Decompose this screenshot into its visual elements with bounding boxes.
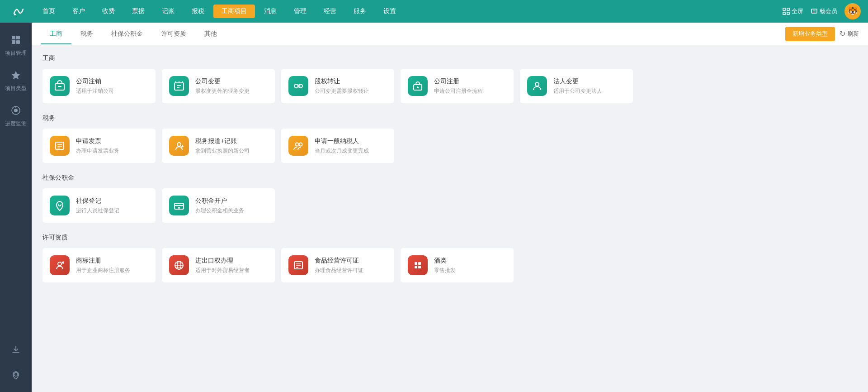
nav-accounting[interactable]: 记账 <box>154 5 183 18</box>
svg-point-37 <box>299 143 302 146</box>
card-desc: 拿到营业执照的新公司 <box>195 147 268 155</box>
sub-tabs-actions: 新增业务类型 ↻ 刷新 <box>785 27 859 41</box>
svg-rect-55 <box>415 266 417 268</box>
svg-point-23 <box>294 84 298 88</box>
svg-rect-53 <box>415 262 417 265</box>
card-text: 申请发票 办理申请发票业务 <box>76 137 148 155</box>
nav-home[interactable]: 首页 <box>34 5 63 18</box>
card-company-register[interactable]: 公司注册 申请公司注册全流程 <box>401 69 514 103</box>
card-equity-transfer[interactable]: 股权转让 公司变更需要股权转让 <box>281 69 394 103</box>
scroll-content[interactable]: 工商 公司注销 适用于注销公司 <box>32 45 868 392</box>
card-social-insurance-register[interactable]: 社保登记 进行人员社保登记 <box>42 188 156 223</box>
card-desc: 股权变更外的业务变更 <box>195 87 268 95</box>
sidebar-item-project-management[interactable]: 项目管理 <box>0 27 32 62</box>
nav-tax[interactable]: 报税 <box>184 5 212 18</box>
member-button[interactable]: 畅会员 <box>811 7 837 15</box>
card-title: 商标注册 <box>76 257 148 265</box>
card-title: 公司注册 <box>434 77 506 86</box>
card-text: 酒类 零售批发 <box>434 257 506 274</box>
top-navigation: 首页 客户 收费 票据 记账 报税 工商项目 消息 管理 经营 服务 设置 全屏… <box>0 0 868 23</box>
tax-report-icon <box>169 136 189 156</box>
add-business-type-button[interactable]: 新增业务类型 <box>785 27 835 41</box>
card-provident-fund[interactable]: 公积金开户 办理公积金相关业务 <box>162 188 275 223</box>
apply-invoice-icon <box>50 136 70 156</box>
svg-rect-54 <box>418 262 421 265</box>
nav-service[interactable]: 服务 <box>345 5 374 18</box>
section-title-business: 工商 <box>42 54 857 62</box>
card-text: 社保登记 进行人员社保登记 <box>76 197 148 215</box>
nav-billing[interactable]: 收费 <box>94 5 123 18</box>
sidebar-item-location[interactable] <box>0 362 32 387</box>
fullscreen-button[interactable]: 全屏 <box>783 7 803 15</box>
card-title: 公司变更 <box>195 77 268 86</box>
main-layout: 项目管理 项目类型 进度监测 <box>0 23 868 392</box>
card-text: 进出口权办理 适用于对外贸易经营者 <box>195 257 268 274</box>
card-desc: 申请公司注册全流程 <box>434 87 506 95</box>
card-desc: 公司变更需要股权转让 <box>315 87 387 95</box>
nav-business[interactable]: 工商项目 <box>213 5 255 18</box>
section-title-tax: 税务 <box>42 114 857 122</box>
card-desc: 用于企业商标注册服务 <box>76 267 148 274</box>
nav-operation[interactable]: 经营 <box>316 5 344 18</box>
card-apply-invoice[interactable]: 申请发票 办理申请发票业务 <box>42 129 156 163</box>
card-text: 申请一般纳税人 当月或次月成变更完成 <box>315 137 387 155</box>
svg-point-17 <box>14 373 18 376</box>
svg-rect-2 <box>787 8 789 10</box>
nav-customer[interactable]: 客户 <box>64 5 93 18</box>
sidebar-item-project-type[interactable]: 项目类型 <box>0 62 32 98</box>
sidebar-item-download[interactable] <box>0 337 32 362</box>
card-trademark[interactable]: 商标注册 用于企业商标注册服务 <box>42 248 156 282</box>
refresh-button[interactable]: ↻ 刷新 <box>840 29 859 38</box>
card-tax-report[interactable]: 税务报道+记账 拿到营业执照的新公司 <box>162 129 275 163</box>
card-alcohol[interactable]: 酒类 零售批发 <box>401 248 514 282</box>
sidebar-item-progress[interactable]: 进度监测 <box>0 98 32 133</box>
svg-rect-8 <box>12 36 15 39</box>
card-general-taxpayer[interactable]: 申请一般纳税人 当月或次月成变更完成 <box>281 129 394 163</box>
tab-social-insurance[interactable]: 社保公积金 <box>102 24 152 44</box>
svg-marker-12 <box>12 71 20 79</box>
svg-rect-10 <box>12 40 15 44</box>
card-desc: 零售批发 <box>434 267 506 274</box>
food-license-icon <box>288 255 308 275</box>
card-desc: 办理公积金相关业务 <box>195 207 268 215</box>
card-food-license[interactable]: 食品经营许可证 办理食品经营许可证 <box>281 248 394 282</box>
card-desc: 办理申请发票业务 <box>76 147 148 155</box>
nav-right-actions: 全屏 畅会员 🐯 <box>783 3 861 19</box>
svg-point-40 <box>178 207 180 209</box>
svg-point-14 <box>14 109 18 112</box>
card-company-cancel[interactable]: 公司注销 适用于注销公司 <box>42 69 156 103</box>
progress-icon <box>9 103 23 118</box>
nav-management[interactable]: 管理 <box>286 5 315 18</box>
sidebar-bottom <box>0 337 32 392</box>
card-text: 公司变更 股权变更外的业务变更 <box>195 77 268 95</box>
card-import-export[interactable]: 进出口权办理 适用于对外贸易经营者 <box>162 248 275 282</box>
social-insurance-register-icon <box>50 196 70 215</box>
tab-license[interactable]: 许可资质 <box>152 24 195 44</box>
project-type-icon <box>9 68 23 82</box>
svg-rect-3 <box>783 12 785 14</box>
card-title: 公积金开户 <box>195 197 268 205</box>
tab-tax[interactable]: 税务 <box>71 24 102 44</box>
nav-invoice[interactable]: 票据 <box>124 5 153 18</box>
fullscreen-label: 全屏 <box>792 7 803 15</box>
nav-menu: 首页 客户 收费 票据 记账 报税 工商项目 消息 管理 经营 服务 设置 <box>34 5 783 18</box>
cards-grid-tax: 申请发票 办理申请发票业务 税务报道+记账 拿到营业执照的新公司 <box>42 129 857 163</box>
section-title-license: 许可资质 <box>42 234 857 242</box>
card-legal-person-change[interactable]: 法人变更 适用于公司变更法人 <box>520 69 633 103</box>
nav-settings[interactable]: 设置 <box>375 5 404 18</box>
card-desc: 办理食品经营许可证 <box>315 267 387 274</box>
card-desc: 适用于注销公司 <box>76 87 148 95</box>
card-company-change[interactable]: 公司变更 股权变更外的业务变更 <box>162 69 275 103</box>
nav-message[interactable]: 消息 <box>256 5 285 18</box>
card-desc: 进行人员社保登记 <box>76 207 148 215</box>
card-title: 公司注销 <box>76 77 148 86</box>
sidebar: 项目管理 项目类型 进度监测 <box>0 23 32 392</box>
section-license: 许可资质 商标注册 用于企业商标注册服务 <box>42 234 857 282</box>
tab-other[interactable]: 其他 <box>195 24 226 44</box>
cards-grid-business: 公司注销 适用于注销公司 公司变更 股权变更外的业务变更 <box>42 69 857 103</box>
tab-business[interactable]: 工商 <box>41 24 71 44</box>
card-title: 酒类 <box>434 257 506 265</box>
section-title-social-insurance: 社保公积金 <box>42 174 857 182</box>
svg-point-33 <box>177 143 181 146</box>
card-title: 税务报道+记账 <box>195 137 268 145</box>
